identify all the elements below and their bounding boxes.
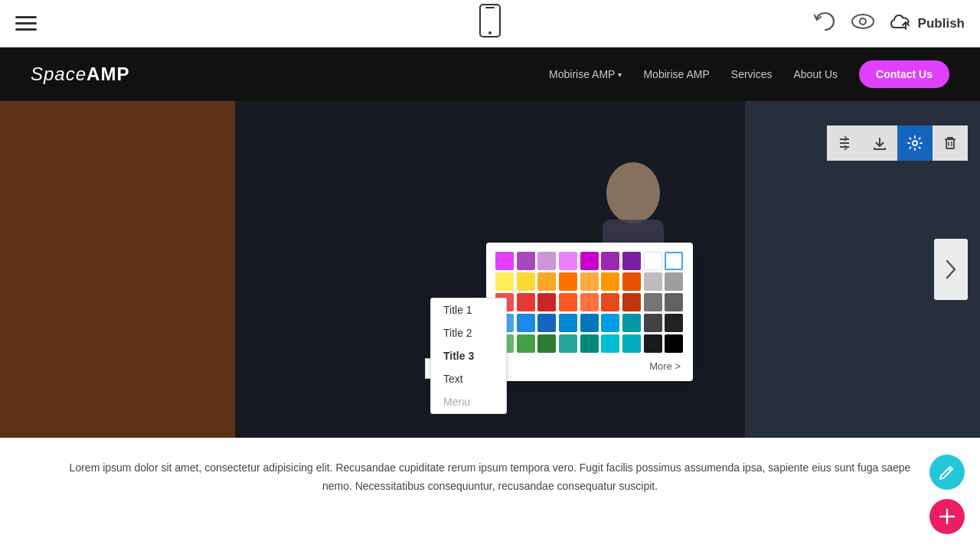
- color-swatch[interactable]: [559, 293, 577, 311]
- color-swatch[interactable]: [622, 314, 641, 332]
- color-swatch[interactable]: [517, 314, 535, 332]
- color-swatch[interactable]: [644, 293, 662, 311]
- top-toolbar: Publish: [0, 0, 980, 47]
- svg-point-25: [606, 162, 660, 223]
- next-slide-button[interactable]: [934, 239, 968, 300]
- color-swatch[interactable]: [580, 293, 599, 311]
- mobile-device-icon[interactable]: [479, 19, 501, 43]
- lorem-section: Lorem ipsum dolor sit amet, consectetur …: [0, 438, 980, 511]
- nav-link-mobirise-1[interactable]: Mobirise AMP ▾: [549, 68, 622, 80]
- preview-icon[interactable]: [851, 13, 875, 34]
- more-colors-link[interactable]: More >: [495, 360, 684, 372]
- color-swatch[interactable]: [622, 293, 641, 311]
- color-swatch-black[interactable]: [665, 334, 683, 353]
- svg-point-10: [913, 141, 917, 145]
- color-swatch[interactable]: [517, 293, 535, 311]
- nav-link-mobirise-2[interactable]: Mobirise AMP: [643, 68, 709, 80]
- undo-icon[interactable]: [814, 11, 837, 36]
- text-type-title1[interactable]: Title 1: [431, 298, 506, 321]
- color-swatch[interactable]: [517, 252, 535, 270]
- color-swatch[interactable]: [580, 314, 599, 332]
- color-swatch[interactable]: [601, 293, 619, 311]
- color-swatch[interactable]: [622, 334, 641, 353]
- color-swatch[interactable]: [537, 334, 556, 353]
- color-swatch[interactable]: [665, 272, 683, 291]
- settings-button[interactable]: [897, 126, 933, 161]
- nav-link-about-us[interactable]: About Us: [794, 68, 838, 80]
- text-type-title2[interactable]: Title 2: [431, 321, 506, 344]
- color-grid: [495, 252, 684, 353]
- publish-label: Publish: [918, 16, 965, 31]
- color-swatch[interactable]: [537, 314, 556, 332]
- color-swatch[interactable]: [601, 252, 619, 270]
- color-swatch[interactable]: [580, 334, 599, 353]
- logo-bold: AMP: [87, 64, 129, 84]
- text-type-panel: Title 1 Title 2 Title 3 Text Menu: [430, 298, 507, 414]
- publish-button[interactable]: Publish: [889, 12, 965, 35]
- color-swatch[interactable]: [517, 272, 535, 291]
- dropdown-arrow-icon: ▾: [618, 70, 622, 79]
- text-type-title3[interactable]: Title 3: [431, 344, 506, 367]
- cloud-upload-icon: [889, 12, 912, 35]
- color-swatch[interactable]: [559, 272, 577, 291]
- color-swatch[interactable]: [559, 252, 577, 270]
- delete-button[interactable]: [933, 126, 968, 161]
- text-type-text[interactable]: Text: [431, 367, 506, 390]
- svg-rect-11: [946, 139, 954, 148]
- add-fab-button[interactable]: [929, 499, 965, 534]
- color-swatch[interactable]: [601, 334, 619, 353]
- color-swatch[interactable]: [559, 334, 577, 353]
- nav-links: Mobirise AMP ▾ Mobirise AMP Services Abo…: [549, 60, 949, 88]
- color-swatch[interactable]: [601, 314, 619, 332]
- download-button[interactable]: [862, 126, 897, 161]
- color-swatch[interactable]: [644, 334, 662, 353]
- color-swatch[interactable]: [517, 334, 535, 353]
- color-swatch[interactable]: [537, 293, 556, 311]
- color-swatch[interactable]: [644, 272, 662, 291]
- section-toolbar: [827, 126, 968, 161]
- color-swatch[interactable]: [622, 252, 641, 270]
- color-swatch[interactable]: [495, 252, 514, 270]
- logo-italic: Space: [31, 64, 87, 84]
- contact-button[interactable]: Contact Us: [859, 60, 949, 88]
- color-swatch[interactable]: [644, 314, 662, 332]
- color-swatch[interactable]: [644, 252, 662, 270]
- svg-point-4: [860, 18, 866, 24]
- edit-fab-button[interactable]: [929, 455, 965, 490]
- color-swatch[interactable]: [537, 272, 556, 291]
- svg-point-3: [852, 15, 874, 28]
- color-swatch[interactable]: [622, 272, 641, 291]
- toolbar-right: Publish: [814, 11, 965, 36]
- color-swatch[interactable]: [580, 272, 599, 291]
- color-swatch[interactable]: [580, 252, 599, 270]
- color-swatch-white[interactable]: [665, 252, 683, 270]
- color-swatch[interactable]: [537, 252, 556, 270]
- hamburger-icon[interactable]: [15, 16, 37, 31]
- lorem-text: Lorem ipsum dolor sit amet, consectetur …: [69, 459, 911, 496]
- color-picker-panel: More >: [486, 243, 693, 381]
- toolbar-left: [15, 16, 37, 31]
- reorder-button[interactable]: [827, 126, 862, 161]
- logo: SpaceAMP: [31, 64, 129, 85]
- nav-link-services[interactable]: Services: [731, 68, 773, 80]
- color-swatch[interactable]: [665, 314, 683, 332]
- svg-line-33: [949, 468, 951, 471]
- text-type-menu[interactable]: Menu: [431, 390, 506, 413]
- toolbar-center: [479, 3, 501, 44]
- color-swatch[interactable]: [559, 314, 577, 332]
- nav-bar: SpaceAMP Mobirise AMP ▾ Mobirise AMP Ser…: [0, 47, 980, 101]
- color-swatch[interactable]: [665, 293, 683, 311]
- svg-point-1: [488, 31, 492, 34]
- color-swatch[interactable]: [601, 272, 619, 291]
- color-swatch[interactable]: [495, 272, 514, 291]
